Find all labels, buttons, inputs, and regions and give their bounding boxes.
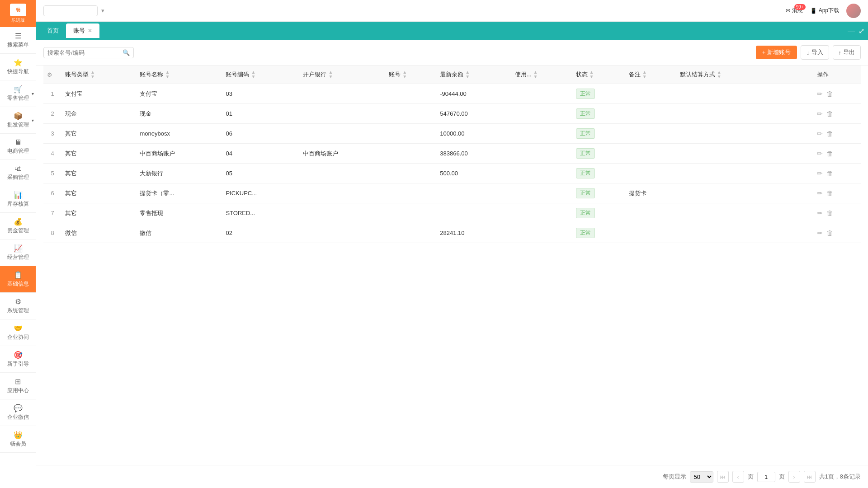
col-type[interactable]: 账号类型 ▲▼ <box>61 66 136 84</box>
col-balance[interactable]: 最新余额 ▲▼ <box>436 66 511 84</box>
member-icon: 👑 <box>14 431 23 439</box>
row-name: 大新银行 <box>136 164 222 183</box>
tab-close-button[interactable]: ✕ <box>88 28 92 34</box>
delete-button[interactable]: 🗑 <box>826 90 833 98</box>
row-num: 5 <box>43 164 61 183</box>
search-box[interactable]: 🔍 <box>43 47 134 58</box>
tab-actions: — ⤢ <box>848 27 864 35</box>
col-usage[interactable]: 使用... ▲▼ <box>511 66 572 84</box>
edit-button[interactable]: ✏ <box>817 130 823 138</box>
export-icon: ↑ <box>839 49 842 56</box>
action-buttons: ✏ 🗑 <box>817 229 857 237</box>
pagination-prev-button[interactable]: ‹ <box>732 471 744 483</box>
edit-button[interactable]: ✏ <box>817 150 823 158</box>
action-buttons: ✏ 🗑 <box>817 189 857 197</box>
row-remark: 提货卡 <box>625 183 676 203</box>
sidebar-item-quicknav[interactable]: ⭐ 快捷导航 <box>0 54 36 80</box>
delete-button[interactable]: 🗑 <box>826 130 833 138</box>
col-settle[interactable]: 默认结算方式 ▲▼ <box>676 66 813 84</box>
col-name[interactable]: 账号名称 ▲▼ <box>136 66 222 84</box>
row-remark <box>625 124 676 144</box>
status-badge: 正常 <box>576 188 595 198</box>
action-buttons: ✏ 🗑 <box>817 150 857 158</box>
row-account <box>385 104 436 124</box>
edit-button[interactable]: ✏ <box>817 110 823 118</box>
row-settle <box>676 164 813 183</box>
pagination-last-button[interactable]: ⏭ <box>804 471 816 483</box>
row-account <box>385 164 436 183</box>
sidebar-item-finance[interactable]: 💰 资金管理 <box>0 213 36 239</box>
row-name: 零售抵现 <box>136 203 222 223</box>
message-button[interactable]: ✉ 消息 99+ <box>786 7 803 14</box>
header-search-input[interactable] <box>43 5 98 16</box>
tab-account[interactable]: 账号 ✕ <box>66 23 99 38</box>
appcenter-icon: ⊞ <box>15 377 21 386</box>
tab-home[interactable]: 首页 <box>40 23 66 38</box>
delete-button[interactable]: 🗑 <box>826 229 833 237</box>
col-remark[interactable]: 备注 ▲▼ <box>625 66 676 84</box>
row-status: 正常 <box>572 144 625 164</box>
col-status[interactable]: 状态 ▲▼ <box>572 66 625 84</box>
sidebar-item-label: 资金管理 <box>7 227 29 235</box>
sidebar-item-operations[interactable]: 📈 经营管理 <box>0 239 36 266</box>
row-code: STORED... <box>222 203 299 223</box>
sidebar-item-appcenter[interactable]: ⊞ 应用中心 <box>0 373 36 399</box>
edit-button[interactable]: ✏ <box>817 189 823 197</box>
edit-button[interactable]: ✏ <box>817 209 823 217</box>
export-button[interactable]: ↑ 导出 <box>833 45 861 60</box>
tab-expand-button[interactable]: ⤢ <box>859 27 864 35</box>
tab-minimize-button[interactable]: — <box>848 27 855 35</box>
sidebar-item-member[interactable]: 👑 畅会员 <box>0 426 36 453</box>
delete-button[interactable]: 🗑 <box>826 110 833 118</box>
sidebar-item-retail[interactable]: 🛒 零售管理 ▾ <box>0 80 36 107</box>
status-badge: 正常 <box>576 108 595 119</box>
sidebar-item-guide[interactable]: 🎯 新手引导 <box>0 346 36 373</box>
delete-button[interactable]: 🗑 <box>826 169 833 178</box>
row-balance <box>436 183 511 203</box>
sidebar-item-system[interactable]: ⚙ 系统管理 <box>0 293 36 319</box>
edit-button[interactable]: ✏ <box>817 90 823 98</box>
sidebar-item-collab[interactable]: 🤝 企业协同 <box>0 319 36 346</box>
per-page-select[interactable]: 50 20 100 <box>690 471 713 483</box>
chevron-down-icon[interactable]: ▾ <box>101 7 104 14</box>
sort-icon: ▲▼ <box>402 70 407 79</box>
sidebar-item-purchase[interactable]: 🛍 采购管理 <box>0 160 36 186</box>
sidebar-item-inventory[interactable]: 📊 库存核算 <box>0 186 36 213</box>
row-type: 其它 <box>61 183 136 203</box>
delete-button[interactable]: 🗑 <box>826 150 833 158</box>
delete-button[interactable]: 🗑 <box>826 189 833 197</box>
sidebar-item-ecommerce[interactable]: 🖥 电商管理 <box>0 134 36 160</box>
col-account[interactable]: 账号 ▲▼ <box>385 66 436 84</box>
row-actions: ✏ 🗑 <box>813 84 861 104</box>
row-actions: ✏ 🗑 <box>813 104 861 124</box>
sort-icon: ▲▼ <box>165 70 170 79</box>
sort-icon: ▲▼ <box>251 70 255 79</box>
chevron-down-icon: ▾ <box>32 118 34 123</box>
top-header: ▾ ✉ 消息 99+ 📱 App下载 <box>36 0 868 22</box>
page-label: 页 <box>748 473 754 481</box>
page-input[interactable] <box>757 472 775 482</box>
col-code[interactable]: 账号编码 ▲▼ <box>222 66 299 84</box>
edit-button[interactable]: ✏ <box>817 169 823 178</box>
sidebar-item-wechat[interactable]: 💬 企业微信 <box>0 399 36 426</box>
row-balance: 500.00 <box>436 164 511 183</box>
search-input[interactable] <box>47 49 120 56</box>
app-download-button[interactable]: 📱 App下载 <box>810 7 839 14</box>
page-of-label: 页 <box>779 473 785 481</box>
import-button[interactable]: ↓ 导入 <box>801 45 829 60</box>
sidebar-item-basicinfo[interactable]: 📋 基础信息 <box>0 266 36 293</box>
row-settle <box>676 183 813 203</box>
guide-icon: 🎯 <box>14 351 23 359</box>
pagination-first-button[interactable]: ⏮ <box>717 471 729 483</box>
col-settings[interactable]: ⚙ <box>43 66 61 84</box>
status-badge: 正常 <box>576 168 595 178</box>
sidebar-item-search[interactable]: ☰ 搜索菜单 <box>0 27 36 54</box>
row-remark <box>625 104 676 124</box>
edit-button[interactable]: ✏ <box>817 229 823 237</box>
user-avatar[interactable] <box>846 4 861 18</box>
delete-button[interactable]: 🗑 <box>826 209 833 217</box>
sidebar-item-wholesale[interactable]: 📦 批发管理 ▾ <box>0 107 36 134</box>
col-bank[interactable]: 开户银行 ▲▼ <box>299 66 385 84</box>
pagination-next-button[interactable]: › <box>788 471 800 483</box>
add-account-button[interactable]: + 新增账号 <box>756 46 797 59</box>
